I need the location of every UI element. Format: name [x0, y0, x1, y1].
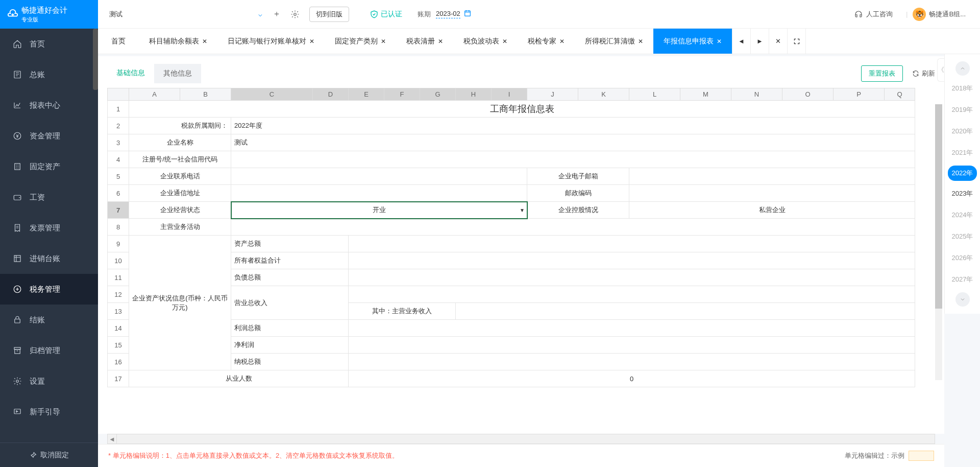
user-menu[interactable]: 🐯 畅捷通B组...	[913, 8, 966, 21]
fullscreen-button[interactable]	[788, 29, 806, 54]
close-icon[interactable]: ✕	[202, 38, 207, 45]
row-header[interactable]: 2	[108, 118, 129, 134]
cell[interactable]: 私营企业	[629, 202, 915, 219]
cell[interactable]: 测试	[231, 134, 915, 151]
sidebar-item-assets[interactable]: 固定资产	[0, 151, 98, 182]
selected-cell[interactable]: 开业▼	[231, 202, 527, 219]
cell[interactable]: 从业人数	[129, 370, 349, 387]
sidebar-item-invoice[interactable]: 发票管理	[0, 213, 98, 243]
settings-button[interactable]	[286, 5, 304, 24]
cell[interactable]: 企业电子邮箱	[527, 168, 629, 185]
close-icon[interactable]: ✕	[309, 38, 314, 45]
cell[interactable]	[349, 337, 915, 354]
tab-bank-reconcile[interactable]: 日记账与银行对账单核对✕	[217, 29, 325, 54]
close-icon[interactable]: ✕	[502, 38, 507, 45]
tab-next-button[interactable]: ►	[751, 29, 769, 54]
row-header[interactable]: 7	[108, 202, 129, 219]
row-header[interactable]: 16	[108, 354, 129, 370]
row-header[interactable]: 9	[108, 236, 129, 252]
sidebar-scrollbar[interactable]	[93, 29, 98, 90]
col-header[interactable]: N	[731, 88, 782, 101]
cell[interactable]	[456, 303, 915, 320]
row-header[interactable]: 3	[108, 134, 129, 151]
cell[interactable]	[349, 252, 915, 269]
old-version-button[interactable]: 切到旧版	[309, 7, 349, 22]
row-header[interactable]: 10	[108, 252, 129, 269]
col-header[interactable]: M	[680, 88, 731, 101]
tab-tax-list[interactable]: 税表清册✕	[396, 29, 453, 54]
row-header[interactable]: 8	[108, 219, 129, 236]
col-header[interactable]: D	[313, 88, 349, 101]
sidebar-unpin[interactable]: 取消固定	[0, 442, 98, 467]
cell[interactable]: 企业经营状态	[129, 202, 231, 219]
year-option[interactable]: 2020年	[945, 121, 980, 142]
close-icon[interactable]: ✕	[559, 38, 565, 45]
row-header[interactable]: 14	[108, 320, 129, 337]
row-header[interactable]: 1	[108, 101, 129, 118]
cell[interactable]: 注册号/统一社会信用代码	[129, 151, 231, 168]
sidebar-item-tax[interactable]: 税务管理	[0, 274, 98, 305]
year-option[interactable]: 2019年	[945, 99, 980, 121]
cell[interactable]: 企业联系电话	[129, 168, 231, 185]
row-header[interactable]: 17	[108, 370, 129, 387]
close-icon[interactable]: ✕	[438, 38, 443, 45]
year-option-active[interactable]: 2022年	[948, 166, 977, 181]
sidebar-item-archive[interactable]: 归档管理	[0, 335, 98, 366]
col-header[interactable]: I	[492, 88, 527, 101]
cell[interactable]: 邮政编码	[527, 185, 629, 202]
tab-annual-report[interactable]: 年报信息申报表✕	[653, 29, 732, 54]
cell[interactable]	[629, 185, 915, 202]
sidebar-item-settings[interactable]: 设置	[0, 366, 98, 396]
close-icon[interactable]: ✕	[717, 38, 722, 45]
row-header[interactable]: 12	[108, 286, 129, 303]
tab-income-tax[interactable]: 所得税汇算清缴✕	[575, 29, 653, 54]
cell[interactable]: 工商年报信息表	[129, 101, 915, 118]
dropdown-arrow-icon[interactable]: ▼	[520, 207, 525, 213]
sidebar-item-closing[interactable]: 结账	[0, 305, 98, 335]
year-option[interactable]: 2026年	[945, 247, 980, 269]
row-header[interactable]: 4	[108, 151, 129, 168]
col-header[interactable]: J	[527, 88, 578, 101]
year-option[interactable]: 2023年	[945, 183, 980, 204]
col-header[interactable]: F	[384, 88, 420, 101]
cell[interactable]	[231, 185, 527, 202]
close-icon[interactable]: ✕	[638, 38, 643, 45]
cell[interactable]: 纳税总额	[231, 354, 349, 370]
sidebar-item-guide[interactable]: 新手引导	[0, 396, 98, 427]
col-header[interactable]: E	[349, 88, 384, 101]
col-header[interactable]: A	[129, 88, 180, 101]
support-button[interactable]: 人工咨询	[854, 10, 893, 19]
sidebar-item-home[interactable]: 首页	[0, 29, 98, 59]
cell[interactable]	[349, 320, 915, 337]
tab-prev-button[interactable]: ◄	[732, 29, 751, 54]
cell[interactable]: 所有者权益合计	[231, 252, 349, 269]
row-header[interactable]: 11	[108, 269, 129, 286]
year-option[interactable]: 2025年	[945, 226, 980, 247]
company-selector[interactable]: 测试 ⌵	[104, 5, 267, 24]
vertical-scrollbar[interactable]	[935, 104, 942, 380]
cell[interactable]: 净利润	[231, 337, 349, 354]
refresh-button[interactable]: 刷新	[912, 69, 935, 78]
year-option[interactable]: 2021年	[945, 142, 980, 164]
cell[interactable]: 其中：主营业务收入	[349, 303, 456, 320]
year-up-button[interactable]	[955, 61, 970, 76]
year-down-button[interactable]	[955, 292, 970, 307]
cell[interactable]	[349, 269, 915, 286]
sidebar-item-inventory[interactable]: 进销台账	[0, 243, 98, 274]
subtab-other[interactable]: 其他信息	[154, 64, 201, 83]
cell[interactable]	[231, 219, 915, 236]
spreadsheet[interactable]: A B C D E F G H I J K L M	[98, 84, 944, 434]
reset-button[interactable]: 重置报表	[861, 65, 903, 82]
cell[interactable]	[231, 151, 915, 168]
close-icon[interactable]: ✕	[381, 38, 386, 45]
cell[interactable]: 0	[349, 370, 915, 387]
year-option[interactable]: 2024年	[945, 204, 980, 226]
cell[interactable]	[349, 236, 915, 252]
cell[interactable]: 负债总额	[231, 269, 349, 286]
sidebar-item-funds[interactable]: 资金管理	[0, 121, 98, 151]
tab-balance-aux[interactable]: 科目辅助余额表✕	[139, 29, 217, 54]
cell[interactable]: 主营业务活动	[129, 219, 231, 236]
cell[interactable]	[231, 168, 527, 185]
period-selector[interactable]: 2023-02	[436, 10, 460, 18]
cell[interactable]	[629, 168, 915, 185]
